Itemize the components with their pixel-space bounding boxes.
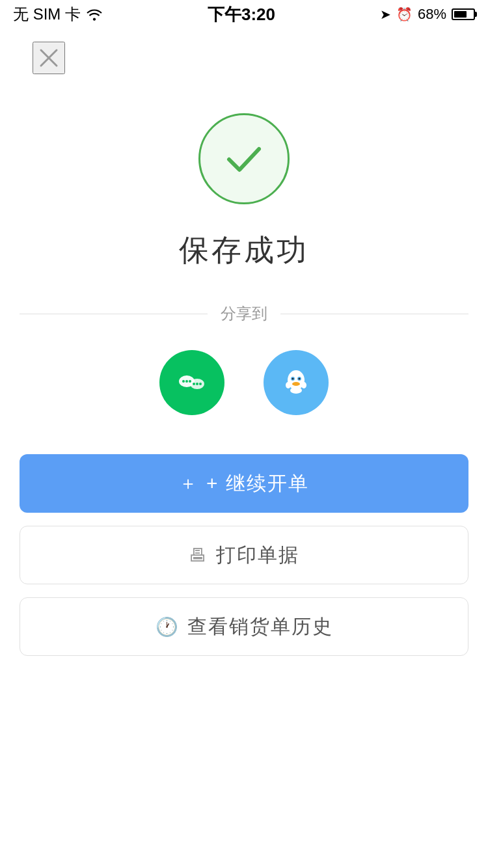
share-divider: 分享到 (20, 303, 468, 324)
svg-point-18 (290, 387, 302, 394)
svg-point-17 (301, 382, 306, 388)
svg-point-4 (182, 380, 185, 383)
carrier-text: 无 SIM 卡 (13, 4, 81, 25)
qq-share-button[interactable] (264, 350, 329, 415)
svg-point-14 (299, 378, 301, 380)
print-button[interactable]: 🖶 打印单据 (20, 526, 468, 584)
main-content: 保存成功 分享到 (0, 29, 488, 868)
status-carrier: 无 SIM 卡 (13, 4, 103, 25)
status-time: 下午3:20 (208, 3, 275, 26)
wifi-icon (86, 8, 103, 21)
status-bar: 无 SIM 卡 下午3:20 ➤ ⏰ 68% (0, 0, 488, 29)
qq-icon (278, 364, 314, 401)
location-icon: ➤ (380, 7, 391, 22)
divider-line-right (280, 314, 468, 314)
alarm-icon: ⏰ (396, 7, 413, 22)
divider-line-left (20, 314, 208, 314)
history-icon: 🕐 (156, 616, 180, 638)
history-label: 查看销货单历史 (187, 614, 333, 640)
print-label: 打印单据 (216, 542, 299, 569)
wechat-icon (174, 364, 210, 401)
svg-point-9 (199, 383, 202, 385)
continue-order-label: + 继续开单 (206, 470, 309, 497)
svg-point-16 (286, 382, 291, 388)
wechat-share-button[interactable] (159, 350, 224, 415)
history-button[interactable]: 🕐 查看销货单历史 (20, 597, 468, 656)
battery-icon (452, 8, 475, 20)
success-circle (198, 113, 290, 204)
svg-point-15 (292, 382, 300, 386)
share-label: 分享到 (221, 303, 267, 324)
close-icon (38, 47, 59, 68)
checkmark-icon (221, 136, 267, 182)
svg-point-6 (189, 380, 191, 383)
svg-point-8 (196, 383, 198, 385)
continue-order-button[interactable]: ＋ + 继续开单 (20, 454, 468, 513)
status-right: ➤ ⏰ 68% (380, 6, 475, 23)
svg-point-7 (193, 383, 195, 385)
action-buttons: ＋ + 继续开单 🖶 打印单据 🕐 查看销货单历史 (20, 454, 468, 656)
svg-point-13 (292, 378, 294, 380)
share-icons (159, 350, 329, 415)
close-button[interactable] (33, 42, 65, 74)
battery-percent: 68% (418, 6, 446, 23)
svg-point-5 (185, 380, 188, 383)
print-icon: 🖶 (189, 545, 208, 566)
success-title: 保存成功 (179, 230, 309, 271)
plus-icon: ＋ (179, 471, 198, 496)
